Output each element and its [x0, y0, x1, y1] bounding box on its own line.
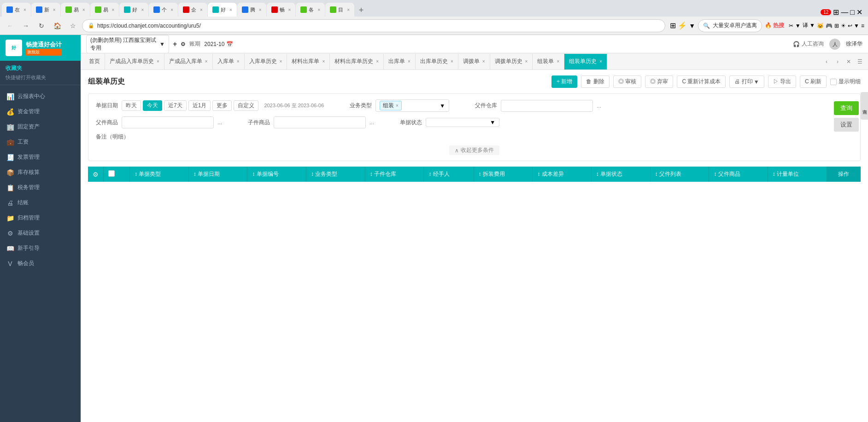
table-col-cost-diff[interactable]: ↕ 成本差异 — [533, 167, 592, 182]
tab-scroll-right[interactable]: › — [833, 57, 842, 66]
add-company-icon[interactable]: + — [173, 40, 177, 48]
refresh-button[interactable]: C 刷新 — [800, 75, 827, 88]
audit-button[interactable]: ◎ 审核 — [613, 75, 641, 88]
collapse-button[interactable]: ∧ 收起更多条件 — [449, 145, 499, 155]
nav-tab-chanpin-rukudan-lishi[interactable]: 产成品入库单历史 × — [105, 54, 164, 69]
sidebar-item-guide[interactable]: 📖 新手引导 — [0, 241, 81, 256]
browser-tab-1[interactable]: 在 × — [2, 3, 31, 17]
browser-tab-5[interactable]: 好 × — [119, 3, 148, 17]
nav-tab-home[interactable]: 首页 — [84, 54, 105, 69]
undo-icon[interactable]: ↩ ▼ — [848, 23, 859, 29]
child-goods-input[interactable] — [274, 116, 366, 128]
table-col-child-warehouse[interactable]: ↕ 子件仓库 — [365, 167, 424, 182]
date-btn-7days[interactable]: 近7天 — [164, 100, 187, 111]
parent-warehouse-input[interactable] — [501, 100, 593, 112]
table-select-all-checkbox[interactable] — [108, 170, 115, 177]
search-bar[interactable]: 🔍 大量安卓用户逃离 — [698, 19, 762, 32]
sidebar-item-tax[interactable]: 📋 税务管理 — [0, 180, 81, 195]
display-toggle[interactable]: 显示明细 — [830, 78, 861, 86]
hot-tag[interactable]: 🔥 热搜 — [765, 22, 784, 29]
calendar-icon[interactable]: 📅 — [226, 41, 233, 47]
home-button[interactable]: 🏠 — [51, 19, 64, 32]
settings-button[interactable]: 设置 — [834, 118, 859, 132]
service-button[interactable]: 🎧 人工咨询 — [793, 40, 824, 48]
tab-more-icon[interactable]: ⊞ — [833, 8, 839, 17]
child-goods-more[interactable]: ... — [369, 119, 374, 126]
cut-icon[interactable]: ✂ ▼ — [789, 23, 800, 29]
address-input[interactable]: 🔒 https://cloud.chanjet.com/accounting/u… — [82, 19, 665, 32]
browser-tab-3[interactable]: 易 × — [61, 3, 90, 17]
nav-tab-zuzhuangdan[interactable]: 组装单 × — [533, 54, 564, 69]
nav-tab-close-12[interactable]: × — [599, 59, 602, 64]
close-icon[interactable]: ✕ — [856, 8, 862, 17]
nav-tab-diaobodan[interactable]: 调拨单 × — [458, 54, 490, 69]
sun-icon[interactable]: ☀ — [841, 23, 846, 29]
grid-icon[interactable]: ⊞ — [670, 21, 676, 30]
browser-tab-7[interactable]: 企 × — [178, 3, 207, 17]
nav-tab-close-4[interactable]: × — [280, 59, 282, 64]
export-button[interactable]: ▷ 导出 — [768, 75, 796, 88]
nav-tab-close-10[interactable]: × — [525, 59, 528, 64]
sidebar-item-funds[interactable]: 💰 资金管理 — [0, 104, 81, 119]
date-btn-yesterday[interactable]: 昨天 — [122, 100, 141, 111]
date-btn-more[interactable]: 更多 — [212, 100, 232, 111]
translate-icon[interactable]: 译 ▼ — [803, 22, 815, 29]
nav-tab-zuzhuangdan-lishi[interactable]: 组装单历史 × — [564, 54, 607, 69]
sidebar-item-member[interactable]: V 畅会员 — [0, 256, 81, 271]
user-name-display[interactable]: 徐泽华 — [846, 40, 862, 48]
nav-tab-chukudan[interactable]: 出库单 × — [384, 54, 416, 69]
nav-tab-chanpin-rukudan[interactable]: 产成品入库单 × — [164, 54, 213, 69]
sidebar-favorites[interactable]: 收藏夹 快捷键打开收藏夹 — [0, 61, 81, 85]
sidebar-item-payroll[interactable]: 💼 工资 — [0, 134, 81, 150]
table-col-bill-no[interactable]: ↕ 单据编号 — [247, 167, 306, 182]
new-tab-button[interactable]: + — [355, 4, 368, 17]
sidebar-item-settings[interactable]: ⚙ 基础设置 — [0, 225, 81, 241]
sidebar-item-assets[interactable]: 🏢 固定资产 — [0, 119, 81, 134]
table-col-bill-date[interactable]: ↕ 单据日期 — [188, 167, 247, 182]
settings-gear-icon[interactable]: ⚙ — [181, 41, 186, 47]
bookmark-button[interactable]: ☆ — [66, 19, 79, 32]
parent-warehouse-more[interactable]: ... — [597, 103, 601, 109]
emoji-icon[interactable]: 🐱 — [817, 23, 824, 29]
browser-tab-9[interactable]: 腾 × — [237, 3, 266, 17]
browser-tab-10[interactable]: 畅 × — [267, 3, 296, 17]
abandon-button[interactable]: ◎ 弃审 — [645, 75, 673, 88]
table-col-parent-list[interactable]: ↕ 父件列表 — [650, 167, 709, 182]
date-btn-today[interactable]: 今天 — [143, 100, 162, 111]
print-button[interactable]: 🖨 打印 ▼ — [729, 75, 764, 88]
nav-tab-close-3[interactable]: × — [237, 59, 240, 64]
nav-tab-close-11[interactable]: × — [557, 59, 559, 64]
browser-tab-6[interactable]: 个 × — [149, 3, 178, 17]
biz-type-dropdown[interactable]: ▼ — [440, 103, 445, 109]
nav-tab-chukudan-lishi[interactable]: 出库单历史 × — [416, 54, 458, 69]
maximize-icon[interactable]: □ — [850, 8, 855, 17]
back-button[interactable]: ← — [4, 19, 17, 32]
tab-scroll-left[interactable]: ‹ — [822, 57, 831, 66]
browser-tab-4[interactable]: 易 × — [90, 3, 119, 17]
forward-button[interactable]: → — [19, 19, 32, 32]
parent-goods-more[interactable]: ... — [217, 119, 222, 126]
table-col-bill-type[interactable]: ↕ 单据类型 — [130, 167, 189, 182]
sidebar-item-settlement[interactable]: 🖨 结账 — [0, 195, 81, 210]
browser-tab-8[interactable]: 好 × — [208, 3, 237, 17]
right-panel-query-btn[interactable]: 查询 — [861, 92, 868, 120]
table-col-handler[interactable]: ↕ 经手人 — [424, 167, 474, 182]
recalculate-button[interactable]: C 重新计算成本 — [677, 75, 726, 88]
nav-tab-close-1[interactable]: × — [157, 59, 159, 64]
nav-tab-close-5[interactable]: × — [322, 59, 325, 64]
table-col-checkbox[interactable] — [104, 167, 130, 182]
tab-more-dropdown[interactable]: ☰ — [855, 57, 864, 66]
nav-tab-close-7[interactable]: × — [408, 59, 411, 64]
browser-tab-2[interactable]: 新 × — [31, 3, 60, 17]
nav-tab-cailiao-chukudan[interactable]: 材料出库单 × — [287, 54, 330, 69]
nav-tab-rukudan[interactable]: 入库单 × — [213, 54, 245, 69]
sidebar-item-archive[interactable]: 📁 归档管理 — [0, 210, 81, 225]
delete-button[interactable]: 🗑 删除 — [581, 75, 609, 88]
menu-icon[interactable]: ≡ — [861, 23, 864, 29]
nav-tab-diaobodan-lishi[interactable]: 调拨单历史 × — [490, 54, 533, 69]
sidebar-item-reports[interactable]: 📊 云报表中心 — [0, 89, 81, 104]
table-col-biz-type[interactable]: ↕ 业务类型 — [306, 167, 365, 182]
minimize-icon[interactable]: — — [841, 8, 848, 17]
table-col-bill-status[interactable]: ↕ 单据状态 — [591, 167, 650, 182]
new-button[interactable]: + 新增 — [551, 75, 577, 88]
